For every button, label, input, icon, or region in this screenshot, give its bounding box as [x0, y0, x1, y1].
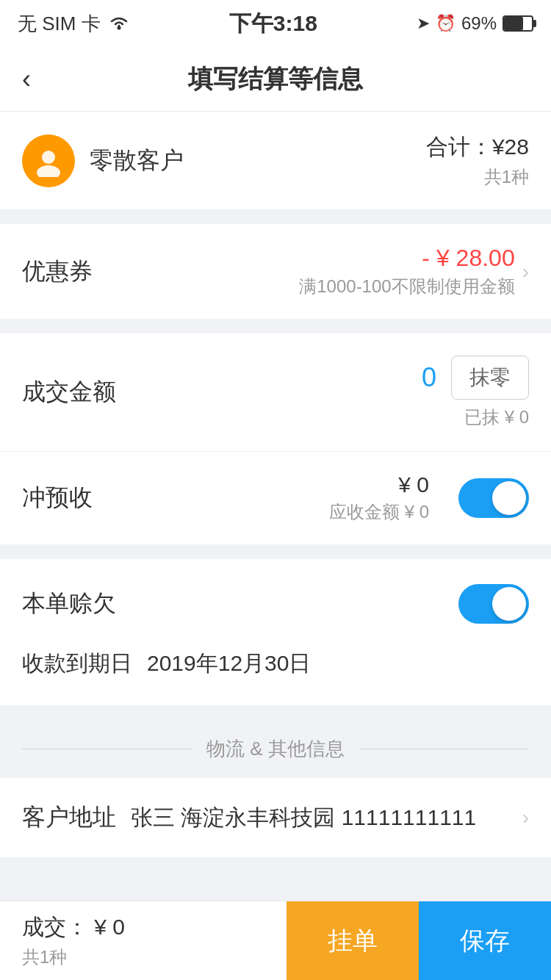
avatar [22, 134, 75, 187]
divider-line-left [22, 749, 192, 749]
location-icon: ➤ [417, 14, 430, 33]
due-date-value: 2019年12月30日 [147, 649, 311, 679]
transaction-amount-right: 0 抹零 [422, 356, 529, 400]
status-time: 下午3:18 [229, 9, 317, 39]
due-date-label: 收款到期日 [22, 649, 132, 679]
address-value: 张三 海淀永丰科技园 11111111111 [131, 803, 515, 833]
address-section[interactable]: 客户地址 张三 海淀永丰科技园 11111111111 › [0, 778, 551, 857]
already-deducted-text: 已抹 ¥ 0 [464, 406, 529, 429]
total-amount: 合计：¥28 [426, 132, 529, 162]
divider-text: 物流 & 其他信息 [192, 736, 359, 762]
coupon-label: 优惠券 [22, 256, 93, 288]
round-button[interactable]: 抹零 [451, 356, 529, 400]
bottom-summary-amount: ¥ 0 [94, 915, 125, 939]
address-row: 客户地址 张三 海淀永丰科技园 11111111111 › [0, 778, 551, 857]
debt-toggle[interactable] [458, 584, 529, 624]
address-label: 客户地址 [22, 801, 116, 834]
svg-point-0 [117, 26, 120, 29]
transaction-amount-label: 成交金额 [22, 376, 116, 408]
prepay-label: 冲预收 [22, 482, 93, 514]
transaction-amount-row: 成交金额 0 抹零 已抹 ¥ 0 [0, 334, 551, 451]
customer-name: 零散客户 [90, 145, 184, 177]
customer-row: 零散客户 合计：¥28 共1种 [0, 112, 551, 209]
nav-bar: ‹ 填写结算等信息 [0, 47, 551, 112]
toggle-knob [492, 481, 526, 515]
carrier-text: 无 SIM 卡 [18, 11, 101, 37]
prepay-info: ¥ 0 应收金额 ¥ 0 [329, 472, 429, 524]
bottom-summary-label: 成交： [22, 915, 88, 939]
svg-point-1 [42, 151, 55, 164]
divider-line-right [359, 749, 529, 749]
prepay-row: 冲预收 ¥ 0 应收金额 ¥ 0 [0, 451, 551, 544]
prepay-amount: ¥ 0 [329, 472, 429, 497]
save-button[interactable]: 保存 [419, 901, 551, 981]
address-chevron-icon: › [522, 806, 529, 829]
debt-section: 本单赊欠 收款到期日 2019年12月30日 [0, 559, 551, 705]
customer-right: 合计：¥28 共1种 [426, 132, 529, 189]
back-button[interactable]: ‹ [22, 64, 31, 95]
total-count: 共1种 [426, 165, 529, 189]
coupon-right: - ¥ 28.00 满1000-100不限制使用金额 › [299, 245, 529, 298]
prepay-receivable: 应收金额 ¥ 0 [329, 500, 429, 524]
transaction-amount-value: 0 [422, 362, 436, 393]
wifi-icon [108, 12, 130, 35]
coupon-chevron-icon: › [522, 260, 529, 284]
alarm-icon: ⏰ [436, 14, 455, 33]
coupon-info: - ¥ 28.00 满1000-100不限制使用金额 [299, 245, 514, 298]
bottom-bar: 成交： ¥ 0 共1种 挂单 保存 [0, 901, 551, 980]
battery-icon [503, 15, 533, 32]
bottom-summary: 成交： ¥ 0 共1种 [0, 912, 287, 969]
status-left: 无 SIM 卡 [18, 11, 130, 37]
page-title: 填写结算等信息 [188, 62, 363, 96]
customer-left: 零散客户 [22, 134, 184, 187]
svg-point-2 [37, 165, 60, 177]
content: 零散客户 合计：¥28 共1种 优惠券 - ¥ 28.00 满1000-100不… [0, 112, 551, 960]
prepay-toggle[interactable] [458, 478, 529, 518]
transaction-section: 成交金额 0 抹零 已抹 ¥ 0 冲预收 ¥ 0 应收金额 ¥ 0 [0, 334, 551, 544]
battery-percent: 69% [461, 13, 497, 34]
debt-toggle-knob [492, 587, 526, 621]
coupon-discount: - ¥ 28.00 [299, 245, 514, 272]
debt-row: 本单赊欠 [0, 559, 551, 649]
hold-button[interactable]: 挂单 [287, 901, 419, 981]
debt-label: 本单赊欠 [22, 588, 116, 620]
bottom-amount: 成交： ¥ 0 [22, 912, 264, 943]
coupon-row[interactable]: 优惠券 - ¥ 28.00 满1000-100不限制使用金额 › [0, 224, 551, 319]
divider-section: 物流 & 其他信息 [0, 720, 551, 778]
coupon-desc: 满1000-100不限制使用金额 [299, 275, 514, 298]
due-date-row: 收款到期日 2019年12月30日 [0, 649, 551, 705]
status-right: ➤ ⏰ 69% [417, 13, 533, 34]
status-bar: 无 SIM 卡 下午3:18 ➤ ⏰ 69% [0, 0, 551, 47]
bottom-count: 共1种 [22, 945, 264, 969]
